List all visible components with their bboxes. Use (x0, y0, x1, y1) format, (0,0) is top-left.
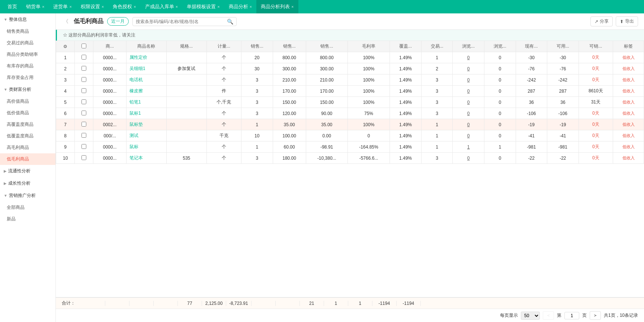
row-browse1[interactable]: 0 (453, 130, 484, 141)
sidebar-item-low-value[interactable]: 低价值商品 (0, 107, 55, 119)
row-index: 8 (56, 130, 75, 141)
row-name[interactable]: 橡皮擦 (126, 86, 167, 97)
row-browse1[interactable]: 1 (453, 141, 484, 153)
nav-close-icon[interactable]: × (42, 4, 44, 9)
page-size-select[interactable]: 50 100 200 (521, 312, 540, 320)
row-browse1[interactable]: 0 (453, 97, 484, 108)
export-button[interactable]: ⬆ 导出 (616, 16, 638, 26)
row-name[interactable]: 测试 (126, 130, 167, 141)
nav-product-inbound[interactable]: 产成品入库单 × (141, 0, 182, 13)
row-unit: 个,千克 (206, 97, 241, 108)
row-name[interactable]: 铅笔1 (126, 97, 167, 108)
nav-product-analysis-list[interactable]: 商品分析列表 × (256, 0, 298, 13)
row-checkbox[interactable] (81, 66, 86, 71)
row-browse1[interactable]: 0 (453, 74, 484, 86)
nav-close-icon[interactable]: × (291, 4, 294, 9)
sidebar-item-sales-products[interactable]: 销售类商品 (0, 26, 55, 37)
search-input[interactable] (136, 19, 227, 24)
table-row: 8 000/... 测试 千克 10 100.00 0.00 0 1.49% 1… (56, 130, 644, 141)
row-name[interactable]: 电话机 (126, 74, 167, 86)
row-checkbox[interactable] (81, 133, 86, 138)
row-checkbox[interactable] (81, 122, 86, 127)
row-browse1[interactable]: 0 (453, 63, 484, 74)
row-browse1[interactable]: 0 (453, 108, 484, 119)
row-checkbox[interactable] (81, 88, 86, 93)
row-cover-rate: 1.49% (390, 63, 422, 74)
sidebar-group-circulation[interactable]: ▶ 流通性分析 (0, 165, 55, 177)
nav-close-icon[interactable]: × (69, 4, 71, 9)
nav-permission-settings[interactable]: 权限设置 × (76, 0, 108, 13)
filter-recent-month-button[interactable]: 近一月 (107, 17, 129, 26)
sidebar-item-high-value[interactable]: 高价值商品 (0, 96, 55, 107)
row-sale-amount: 800.00 (306, 52, 347, 63)
row-checkbox[interactable] (81, 111, 86, 115)
row-tag: 低收入 (613, 74, 644, 86)
page-number-input[interactable] (564, 312, 579, 319)
sidebar-item-low-margin[interactable]: 低毛利商品 (0, 153, 55, 165)
sidebar: ▼ 整体信息 销售类商品 交易过的商品 商品分类助销率 有库存的商品 库存资金占… (0, 13, 56, 322)
nav-close-icon[interactable]: × (176, 4, 178, 9)
sidebar-group-wealth-analysis[interactable]: ▼ 类财富分析 (0, 83, 55, 96)
nav-template-settings[interactable]: 单据模板设置 × (182, 0, 224, 13)
footer-sale-qty: 77 (178, 301, 202, 306)
row-index: 7 (56, 119, 75, 130)
col-sale-price: 销售... (273, 41, 306, 52)
row-name[interactable]: 鼠标垫 (126, 119, 167, 130)
prev-page-button[interactable]: ＜ (543, 311, 554, 320)
row-gross-rate: 100% (347, 52, 390, 63)
sidebar-group-overall-info[interactable]: ▼ 整体信息 (0, 13, 55, 26)
sidebar-item-instock-products[interactable]: 有库存的商品 (0, 60, 55, 72)
sidebar-item-high-coverage[interactable]: 高覆盖度商品 (0, 119, 55, 130)
row-name[interactable]: 吴细细1 (126, 63, 167, 74)
row-trade: 1 (421, 141, 453, 153)
table-row: 7 0002... 鼠标垫 个 1 35.00 35.00 100% 1.49%… (56, 119, 644, 130)
row-browse2: 0 (484, 74, 516, 86)
row-checkbox[interactable] (81, 99, 86, 104)
row-checkbox-cell (75, 108, 93, 119)
nav-close-icon[interactable]: × (102, 4, 104, 9)
row-checkbox[interactable] (81, 55, 86, 60)
nav-role-auth[interactable]: 角色授权 × (108, 0, 140, 13)
row-name[interactable]: 鼠标 (126, 141, 167, 153)
nav-close-icon[interactable]: × (250, 4, 252, 9)
sidebar-item-inventory-capital[interactable]: 库存资金占用 (0, 72, 55, 83)
header-actions: ↗ 分享 ⬆ 导出 (590, 16, 638, 26)
row-checkbox[interactable] (81, 144, 86, 149)
sidebar-item-traded-products[interactable]: 交易过的商品 (0, 37, 55, 49)
next-page-button[interactable]: ＞ (590, 311, 601, 320)
row-sale-qty: 3 (241, 74, 273, 86)
nav-product-analysis[interactable]: 商品分析 × (224, 0, 256, 13)
row-browse1[interactable]: 0 (453, 153, 484, 164)
sidebar-group-growth[interactable]: ▶ 成长性分析 (0, 177, 55, 189)
sidebar-item-low-coverage[interactable]: 低覆盖度商品 (0, 130, 55, 142)
row-gross-rate: 0 (347, 130, 390, 141)
sidebar-item-new-products[interactable]: 新品 (0, 213, 55, 225)
row-checkbox[interactable] (81, 77, 86, 82)
row-checkbox[interactable] (81, 155, 86, 160)
select-all-checkbox[interactable] (81, 44, 86, 48)
share-button[interactable]: ↗ 分享 (590, 16, 613, 26)
row-name[interactable]: 鼠标1 (126, 108, 167, 119)
row-browse1[interactable]: 0 (453, 52, 484, 63)
sidebar-item-category-sales-rate[interactable]: 商品分类助销率 (0, 49, 55, 60)
sidebar-group-marketing[interactable]: ▼ 营销推广分析 (0, 189, 55, 202)
row-name[interactable]: 属性定价 (126, 52, 167, 63)
row-browse1[interactable]: 0 (453, 119, 484, 130)
sidebar-item-all-products[interactable]: 全部商品 (0, 202, 55, 213)
nav-sales-order[interactable]: 销货单 × (22, 0, 49, 13)
col-check[interactable] (75, 41, 93, 52)
row-name[interactable]: 笔记本 (126, 153, 167, 164)
col-setting[interactable]: ⚙ (56, 41, 75, 52)
nav-close-icon[interactable]: × (134, 4, 136, 9)
row-sale-amount: 150.00 (306, 97, 347, 108)
row-available: -19 (547, 119, 579, 130)
row-tag: 低收入 (613, 86, 644, 97)
nav-purchase-order[interactable]: 进货单 × (49, 0, 76, 13)
notice-icon: ☆ (63, 32, 67, 38)
sidebar-item-high-margin[interactable]: 高毛利商品 (0, 142, 55, 153)
sidebar-collapse-button[interactable]: 《 (62, 18, 70, 25)
nav-close-icon[interactable]: × (217, 4, 220, 9)
row-browse1[interactable]: 0 (453, 86, 484, 97)
nav-home[interactable]: 首页 (3, 0, 22, 13)
search-icon[interactable]: 🔍 (227, 19, 233, 25)
